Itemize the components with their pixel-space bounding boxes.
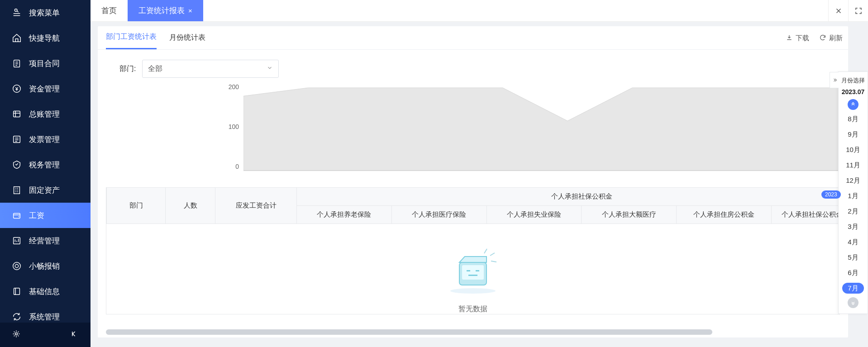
th-large-medical: 个人承担大额医疗 [582, 206, 677, 224]
horizontal-scrollbar[interactable] [106, 329, 840, 335]
th-people: 人数 [166, 188, 215, 224]
wallet-icon [12, 210, 22, 220]
download-label: 下载 [796, 34, 809, 43]
sidebar-item-search-menu[interactable]: 搜索菜单 [0, 0, 91, 25]
sidebar-item-salary[interactable]: 工资 [0, 203, 91, 228]
settings-icon[interactable] [12, 329, 21, 340]
inner-tabs: 部门工资统计表 月份统计表 下载 刷新 [98, 26, 848, 50]
salary-table: 部门 人数 应发工资合计 个人承担社保公积金 公司承担 个人承担养老保险 个人承… [106, 187, 840, 314]
book-icon [12, 286, 22, 296]
inner-tab-dept-salary[interactable]: 部门工资统计表 [106, 26, 157, 49]
collapse-icon[interactable] [70, 329, 79, 340]
sidebar-item-label: 系统管理 [29, 312, 60, 322]
month-option[interactable]: 11月 [840, 160, 866, 171]
month-option[interactable]: 3月 [840, 221, 866, 232]
sidebar-item-label: 资金管理 [29, 84, 60, 94]
search-list-icon [12, 8, 22, 18]
sidebar-item-label: 固定资产 [29, 185, 60, 195]
tabs-bar: 首页 工资统计报表 × [91, 0, 868, 22]
inner-tab-label: 部门工资统计表 [106, 32, 157, 42]
download-button[interactable]: 下载 [786, 34, 809, 43]
month-option[interactable]: 4月 [840, 237, 866, 247]
sidebar-item-label: 项目合同 [29, 58, 60, 69]
empty-illustration-icon [441, 242, 505, 296]
invoice-icon [12, 134, 22, 144]
th-personal-total: 个人承担社保公积金合计 [772, 206, 840, 224]
svg-rect-15 [462, 265, 484, 280]
tab-salary-report[interactable]: 工资统计报表 × [128, 0, 203, 21]
sidebar-item-fixed-asset[interactable]: 固定资产 [0, 177, 91, 203]
close-all-tabs-button[interactable] [828, 0, 848, 22]
sidebar-item-label: 税务管理 [29, 160, 60, 170]
inner-tab-label: 月份统计表 [169, 33, 205, 43]
month-panel-current: 2023.07 [842, 88, 865, 95]
th-total: 应发工资合计 [215, 188, 297, 224]
clipboard-icon [12, 58, 22, 68]
th-pension: 个人承担养老保险 [297, 206, 392, 224]
dept-select[interactable]: 全部 [142, 60, 279, 78]
gear-cycle-icon [12, 312, 22, 322]
sidebar-item-quick-nav[interactable]: 快捷导航 [0, 25, 91, 51]
month-option[interactable]: 12月 [840, 175, 866, 186]
month-panel-up-button[interactable] [848, 99, 858, 110]
tab-home[interactable]: 首页 [91, 0, 128, 21]
building-icon [12, 185, 22, 195]
coin-icon [12, 84, 22, 94]
dept-label: 部门: [119, 64, 136, 74]
th-housing-fund: 个人承担住房公积金 [677, 206, 772, 224]
fullscreen-button[interactable] [848, 0, 868, 22]
svg-point-13 [450, 288, 496, 294]
sidebar-footer [0, 323, 91, 347]
svg-rect-9 [14, 288, 20, 295]
month-panel-title: 月份选择 [841, 76, 865, 85]
sidebar-item-label: 小畅报销 [29, 261, 60, 271]
inner-tab-month[interactable]: 月份统计表 [169, 26, 205, 49]
svg-rect-3 [14, 111, 20, 117]
month-option[interactable]: 10月 [840, 144, 866, 155]
sidebar-item-project-contract[interactable]: 项目合同 [0, 51, 91, 76]
ytick-100: 100 [225, 123, 239, 130]
svg-point-0 [14, 9, 17, 12]
th-unemployment: 个人承担失业保险 [486, 206, 582, 224]
month-option[interactable]: 6月 [840, 267, 866, 278]
ledger-icon [12, 109, 22, 119]
month-option[interactable]: 7月 [842, 283, 864, 294]
month-option[interactable]: 8月 [840, 114, 866, 124]
download-icon [786, 34, 793, 43]
sidebar-item-tax[interactable]: 税务管理 [0, 152, 91, 177]
month-panel-down-button[interactable] [848, 297, 858, 308]
month-option[interactable]: 9月 [840, 129, 866, 140]
th-group-personal: 个人承担社保公积金 [297, 188, 840, 206]
chart-svg [243, 82, 868, 182]
sidebar-item-label: 快捷导航 [29, 33, 60, 43]
svg-rect-16 [467, 270, 470, 271]
sidebar-item-label: 基础信息 [29, 286, 60, 297]
sidebar-item-label: 搜索菜单 [29, 8, 60, 18]
svg-marker-19 [459, 257, 486, 262]
tabs-right-actions [828, 0, 868, 22]
ytick-0: 0 [225, 163, 239, 170]
month-option[interactable]: 2月 [840, 206, 866, 217]
dept-select-value: 全部 [148, 64, 162, 74]
sidebar-item-fund[interactable]: 资金管理 [0, 76, 91, 101]
sidebar-item-ledger[interactable]: 总账管理 [0, 101, 91, 127]
close-icon[interactable]: × [188, 7, 192, 14]
sidebar-item-invoice[interactable]: 发票管理 [0, 127, 91, 152]
filter-row: 部门: 全部 [98, 50, 848, 82]
report-card: 部门工资统计表 月份统计表 下载 刷新 部门: 全部 200 [98, 26, 848, 337]
sidebar-item-business[interactable]: 经营管理 [0, 228, 91, 253]
month-option[interactable]: 1月2023 [840, 190, 866, 201]
refresh-label: 刷新 [829, 34, 843, 43]
home-icon [12, 33, 22, 43]
svg-rect-6 [14, 213, 20, 218]
svg-rect-17 [476, 270, 479, 271]
sidebar-item-label: 发票管理 [29, 134, 60, 145]
refresh-button[interactable]: 刷新 [819, 34, 843, 43]
tax-icon [12, 160, 22, 170]
sidebar-item-basic-info[interactable]: 基础信息 [0, 279, 91, 304]
sidebar-item-reimburse[interactable]: 小畅报销 [0, 253, 91, 279]
sidebar-item-label: 总账管理 [29, 109, 60, 119]
month-panel-expand-button[interactable] [830, 72, 839, 88]
month-option[interactable]: 5月 [840, 252, 866, 263]
inner-actions: 下载 刷新 [786, 26, 843, 50]
